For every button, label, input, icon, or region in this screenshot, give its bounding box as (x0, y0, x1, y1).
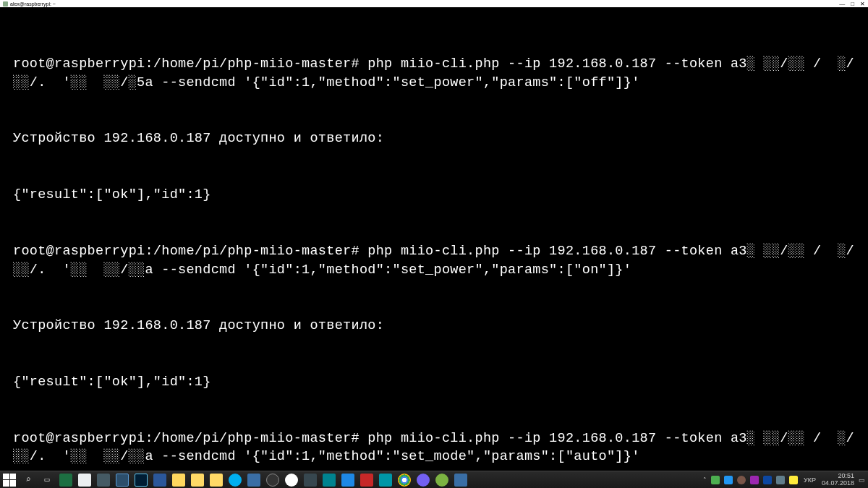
app-icon[interactable] (97, 474, 110, 487)
terminal-line: Устройство 192.168.0.187 доступно и отве… (13, 129, 855, 148)
terminal-line: root@raspberrypi:/home/pi/php-miio-maste… (13, 429, 855, 467)
tray-icon[interactable] (763, 476, 772, 484)
app-icon[interactable] (304, 474, 317, 487)
skype-icon[interactable] (229, 474, 242, 487)
network-icon[interactable] (776, 476, 785, 484)
internet-explorer-icon[interactable] (285, 474, 298, 487)
start-button[interactable] (3, 474, 16, 487)
minimize-button[interactable]: — (839, 1, 845, 7)
chrome-icon[interactable] (398, 474, 411, 487)
terminal-line: Устройство 192.168.0.187 доступно и отве… (13, 317, 855, 335)
photoshop-icon[interactable] (135, 474, 148, 487)
terminal-line: root@raspberrypi:/home/pi/php-miio-maste… (13, 242, 855, 280)
app-icon[interactable] (435, 474, 448, 487)
file-explorer-icon[interactable] (172, 474, 185, 487)
tray-icon[interactable] (750, 476, 759, 484)
viber-icon[interactable] (417, 474, 430, 487)
tray-icon[interactable] (737, 476, 746, 484)
terminal-line: {"result":["ok"],"id":1} (13, 373, 855, 392)
maximize-button[interactable]: □ (851, 1, 854, 7)
tray-icon[interactable] (711, 476, 720, 484)
windows-taskbar: ⌕ ▭ ˄ УКР 20:51 04.0 (0, 471, 868, 488)
app-icon[interactable] (323, 474, 336, 487)
terminal-output[interactable]: root@raspberrypi:/home/pi/php-miio-maste… (0, 7, 868, 488)
close-button[interactable]: ✕ (860, 1, 865, 7)
edge-icon[interactable] (379, 474, 392, 487)
app-icon[interactable] (210, 474, 223, 487)
terminal-line: root@raspberrypi:/home/pi/php-miio-maste… (13, 55, 855, 93)
media-player-icon[interactable] (266, 474, 279, 487)
tray-icon[interactable] (789, 476, 798, 484)
task-view-icon[interactable]: ▭ (41, 474, 54, 487)
window-titlebar: alex@raspberrypi: ~ — □ ✕ (0, 0, 868, 7)
taskbar-clock[interactable]: 20:51 04.07.2018 (822, 473, 854, 487)
word-icon[interactable] (153, 474, 166, 487)
notepad-icon[interactable] (78, 474, 91, 487)
app-icon[interactable] (360, 474, 373, 487)
language-indicator[interactable]: УКР (802, 476, 817, 484)
putty-app-icon[interactable] (247, 474, 260, 487)
excel-icon[interactable] (59, 474, 72, 487)
putty-icon (3, 1, 8, 7)
system-tray: ˄ УКР 20:51 04.07.2018 ▭ (703, 473, 865, 487)
show-hidden-icons[interactable]: ˄ (703, 476, 707, 484)
tray-icon[interactable] (724, 476, 733, 484)
notification-center-icon[interactable]: ▭ (859, 476, 865, 484)
terminal-line: {"result":["ok"],"id":1} (13, 186, 855, 205)
app-icon[interactable] (454, 474, 467, 487)
search-icon[interactable]: ⌕ (22, 474, 35, 487)
window-title: alex@raspberrypi: ~ (10, 1, 56, 7)
sticky-notes-icon[interactable] (191, 474, 204, 487)
lightroom-icon[interactable] (116, 474, 129, 487)
app-icon[interactable] (341, 474, 354, 487)
